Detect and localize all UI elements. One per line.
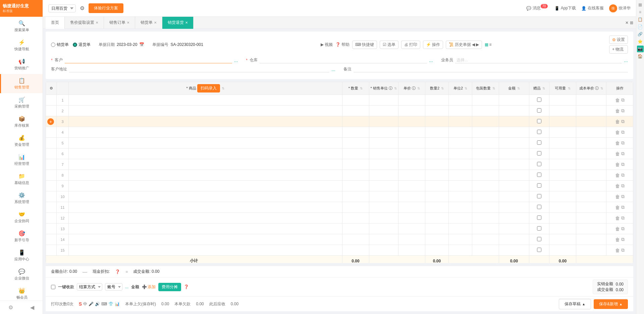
print-btn[interactable]: 🖨 打印 xyxy=(401,41,420,49)
sidebar-item-operations[interactable]: 📊 经营管理 xyxy=(0,150,43,170)
row-qty2-9[interactable] xyxy=(425,181,449,191)
copy-btn-4[interactable]: ⧉ xyxy=(621,129,625,135)
gift-checkbox-14[interactable] xyxy=(537,237,541,241)
row-qty-11[interactable] xyxy=(342,202,369,213)
row-qty2-5[interactable] xyxy=(425,138,449,148)
row-qty2-14[interactable] xyxy=(425,234,449,245)
row-price-9[interactable] xyxy=(398,181,425,191)
tab-sales-order[interactable]: 销售订单 ✕ xyxy=(104,17,135,29)
row-amount-13[interactable] xyxy=(499,224,529,234)
row-gift-14[interactable] xyxy=(529,234,549,245)
row-gift-8[interactable] xyxy=(529,170,549,181)
row-price-6[interactable] xyxy=(398,148,425,159)
row-amount-5[interactable] xyxy=(499,138,529,148)
row-avail-10[interactable] xyxy=(549,191,576,202)
row-pack-9[interactable] xyxy=(472,181,499,191)
sidebar-item-basic[interactable]: 📁 基础信息 xyxy=(0,170,43,189)
copy-btn-11[interactable]: ⧉ xyxy=(621,204,625,210)
price-sort-icon[interactable]: ⇅ xyxy=(417,86,420,90)
row-pack-3[interactable] xyxy=(472,116,499,127)
row-unit2-11[interactable] xyxy=(449,202,472,213)
rt-btn-1[interactable]: ▦ xyxy=(637,1,644,8)
sidebar-item-search[interactable]: 🔍 搜索菜单 xyxy=(0,17,43,36)
rt-btn-3[interactable]: 📋 xyxy=(637,16,644,23)
row-avail-4[interactable] xyxy=(549,127,576,138)
row-avail-7[interactable] xyxy=(549,159,576,170)
row-price-7[interactable] xyxy=(398,159,425,170)
sidebar-item-shortcut[interactable]: ⚡ 快捷导航 xyxy=(0,36,43,55)
history-prev-icon[interactable]: ◀ xyxy=(472,42,475,47)
sidebar-item-guide[interactable]: 🎯 新手引导 xyxy=(0,227,43,246)
rt-btn-5[interactable]: 🔗 xyxy=(637,31,644,38)
row-product-1[interactable] xyxy=(69,95,342,106)
add-row-button[interactable]: + xyxy=(47,118,54,125)
row-qty2-8[interactable] xyxy=(425,170,449,181)
delete-btn-6[interactable]: 🗑 xyxy=(615,151,620,156)
copy-btn-13[interactable]: ⧉ xyxy=(621,226,625,232)
sidebar-item-sales[interactable]: 📋 销售管理 xyxy=(0,74,43,93)
delete-btn-10[interactable]: 🗑 xyxy=(615,194,620,199)
settings-col-icon[interactable]: ⚙ xyxy=(50,86,53,90)
row-unit-8[interactable] xyxy=(369,170,398,181)
row-amount-11[interactable] xyxy=(499,202,529,213)
expense-split-button[interactable]: 费用分摊 xyxy=(158,283,181,291)
row-gift-11[interactable] xyxy=(529,202,549,213)
row-unit-10[interactable] xyxy=(369,191,398,202)
row-unit2-14[interactable] xyxy=(449,234,472,245)
row-gift-15[interactable] xyxy=(529,245,549,256)
user-menu[interactable]: 徐 徐泽华 xyxy=(609,4,631,12)
row-price-12[interactable] xyxy=(398,213,425,224)
radio-sale[interactable]: 销货单 xyxy=(51,42,69,48)
row-price-3[interactable] xyxy=(398,116,425,127)
row-amount-12[interactable] xyxy=(499,213,529,224)
row-product-13[interactable] xyxy=(69,224,342,234)
row-product-2[interactable] xyxy=(69,106,342,116)
radio-return[interactable]: 退货单 xyxy=(73,42,91,48)
row-avail-12[interactable] xyxy=(549,213,576,224)
add-payment-button[interactable]: ➕ 添加 xyxy=(142,284,156,290)
row-unit2-15[interactable] xyxy=(449,245,472,256)
row-amount-1[interactable] xyxy=(499,95,529,106)
help-btn[interactable]: ❓ 帮助 xyxy=(335,42,350,48)
row-unit-7[interactable] xyxy=(369,159,398,170)
row-cost-15[interactable] xyxy=(576,245,606,256)
row-product-12[interactable] xyxy=(69,213,342,224)
row-qty2-10[interactable] xyxy=(425,191,449,202)
row-pack-14[interactable] xyxy=(472,234,499,245)
settings-button[interactable]: ⚙ 设置 xyxy=(609,36,628,44)
row-pack-2[interactable] xyxy=(472,106,499,116)
unit2-sort-icon[interactable]: ⇅ xyxy=(465,86,467,90)
row-pack-5[interactable] xyxy=(472,138,499,148)
row-unit-5[interactable] xyxy=(369,138,398,148)
row-pack-11[interactable] xyxy=(472,202,499,213)
row-unit-3[interactable] xyxy=(369,116,398,127)
gift-checkbox-3[interactable] xyxy=(537,119,541,123)
row-price-1[interactable] xyxy=(398,95,425,106)
cost-sort-icon[interactable]: ⇅ xyxy=(600,86,603,90)
delete-btn-3[interactable]: 🗑 xyxy=(615,119,620,124)
row-pack-4[interactable] xyxy=(472,127,499,138)
tab-price-close[interactable]: ✕ xyxy=(96,21,98,24)
gift-checkbox-12[interactable] xyxy=(537,215,541,220)
row-qty-5[interactable] xyxy=(342,138,369,148)
gift-checkbox-10[interactable] xyxy=(537,194,541,198)
row-cost-6[interactable] xyxy=(576,148,606,159)
row-unit-4[interactable] xyxy=(369,127,398,138)
gift-checkbox-8[interactable] xyxy=(537,173,541,177)
rt-btn-7[interactable]: 📷 xyxy=(637,46,644,52)
row-unit2-7[interactable] xyxy=(449,159,472,170)
row-pack-12[interactable] xyxy=(472,213,499,224)
grid-view-icon[interactable]: ▦ xyxy=(485,42,488,47)
delete-btn-14[interactable]: 🗑 xyxy=(615,237,620,242)
expense-help-icon[interactable]: ❓ xyxy=(184,285,189,289)
row-price-13[interactable] xyxy=(398,224,425,234)
row-gift-3[interactable] xyxy=(529,116,549,127)
row-product-8[interactable] xyxy=(69,170,342,181)
row-qty-9[interactable] xyxy=(342,181,369,191)
row-unit2-3[interactable] xyxy=(449,116,472,127)
row-qty-4[interactable] xyxy=(342,127,369,138)
row-amount-2[interactable] xyxy=(499,106,529,116)
row-price-4[interactable] xyxy=(398,127,425,138)
row-qty2-15[interactable] xyxy=(425,245,449,256)
question-icon[interactable]: ❓ xyxy=(115,269,120,274)
